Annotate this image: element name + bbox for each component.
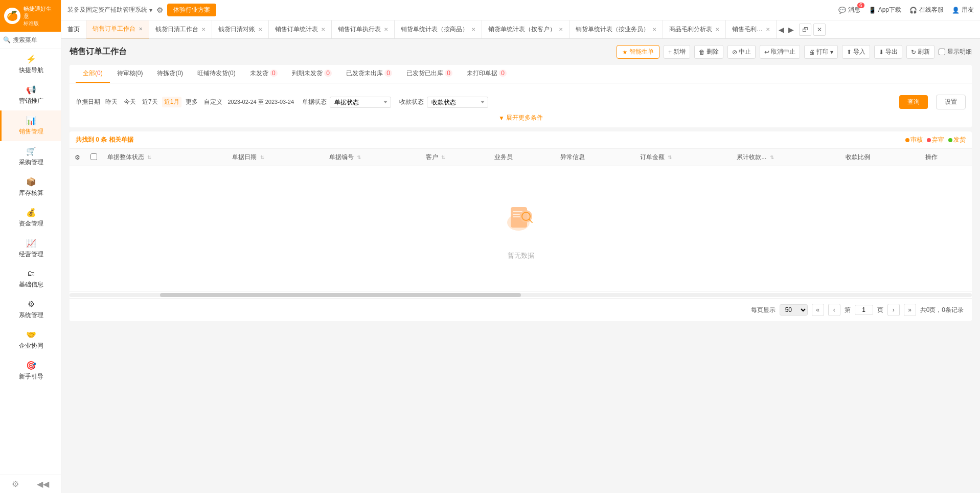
tab-restore-button[interactable]: 🗗 xyxy=(799,24,811,36)
filter-tab-all[interactable]: 全部(0) xyxy=(76,65,110,83)
system-title-dropdown[interactable]: 装备及固定资产辅助管理系统 ▾ xyxy=(67,6,152,14)
collapse-icon[interactable]: ◀◀ xyxy=(37,479,49,489)
tab-close-icon[interactable]: ✕ xyxy=(559,27,563,32)
smart-create-button[interactable]: ★ 智能生单 xyxy=(617,45,659,59)
topbar-gear-icon[interactable]: ⚙ xyxy=(156,6,163,15)
table-count: 共找到 0 条 相关单据 xyxy=(76,136,133,144)
filter-tab-not-printed[interactable]: 未打印单据 0 xyxy=(460,65,514,83)
expand-conditions-button[interactable]: ▼ 展开更多条件 xyxy=(498,114,543,122)
tab-nav-prev[interactable]: ◀ xyxy=(777,26,786,34)
phone-icon: 📱 xyxy=(869,7,876,14)
payment-select[interactable]: 收款状态 xyxy=(427,97,488,108)
date-today[interactable]: 今天 xyxy=(122,97,138,107)
stop-button[interactable]: ⊘ 中止 xyxy=(727,45,756,59)
tab-close-icon[interactable]: ✕ xyxy=(201,27,206,32)
sidebar-item-marketing[interactable]: 📢 营销推广 xyxy=(0,80,61,110)
user-menu-button[interactable]: 👤 用友 xyxy=(952,6,974,14)
sidebar-item-basic[interactable]: 🗂 基础信息 xyxy=(0,264,61,294)
tab-close-icon[interactable]: ✕ xyxy=(652,27,656,32)
sidebar-item-guide[interactable]: 🎯 新手引导 xyxy=(0,355,61,386)
refresh-button[interactable]: ↻ 刷新 xyxy=(906,45,935,59)
date-1month[interactable]: 近1月 xyxy=(162,97,182,107)
tab-close-icon[interactable]: ✕ xyxy=(321,27,325,32)
page-number-input[interactable] xyxy=(855,305,873,315)
tab-close-icon[interactable]: ✕ xyxy=(384,27,388,32)
export-button[interactable]: ⬇ 导出 xyxy=(874,45,902,59)
page-content: 销售订单工作台 ★ 智能生单 + 新增 🗑 删除 ⊘ 中止 xyxy=(61,39,980,493)
sidebar-item-quick[interactable]: ⚡ 快捷导航 xyxy=(0,49,61,80)
date-more[interactable]: 更多 xyxy=(184,97,200,107)
sidebar-item-collab[interactable]: 🤝 企业协同 xyxy=(0,325,61,355)
delete-button[interactable]: 🗑 删除 xyxy=(694,45,723,59)
logo-text: 畅捷通好生意 标准版 xyxy=(24,5,57,27)
abandon-review-tool-button[interactable]: 弃审 xyxy=(927,136,944,144)
filter-tab-pending-review[interactable]: 待审核(0) xyxy=(110,65,150,83)
tab-close-icon[interactable]: ✕ xyxy=(766,27,770,32)
next-page-button[interactable]: › xyxy=(887,304,900,316)
date-custom[interactable]: 自定义 xyxy=(202,97,224,107)
filter-tab-overdue-not-shipped[interactable]: 到期未发货 0 xyxy=(285,65,339,83)
select-all-checkbox[interactable] xyxy=(90,153,97,160)
tab-close-icon[interactable]: ✕ xyxy=(139,26,143,32)
filter-tab-shipped-out[interactable]: 已发货已出库 0 xyxy=(399,65,460,83)
tab-sales-exec[interactable]: 销售订单执行表 ✕ xyxy=(332,20,395,39)
th-settings[interactable]: ⚙ xyxy=(70,149,85,166)
filter-tab-shipped-not-out[interactable]: 已发货未出库 0 xyxy=(339,65,399,83)
review-tool-button[interactable]: 审核 xyxy=(905,136,923,144)
tab-sales-by-customer[interactable]: 销货单统计表（按客户） ✕ xyxy=(482,20,569,39)
tab-sales-stats[interactable]: 销售订单统计表 ✕ xyxy=(269,20,332,39)
settings-button[interactable]: 设置 xyxy=(936,95,966,109)
scrollbar-thumb[interactable] xyxy=(160,293,521,297)
tab-sales-workbench[interactable]: 销售订单工作台 ✕ xyxy=(86,20,149,39)
tab-nav-next[interactable]: ▶ xyxy=(786,26,796,34)
sidebar: 🍊 畅捷通好生意 标准版 🔍 搜索菜单 ⚡ 快捷导航 📢 营销推广 📊 销售管理… xyxy=(0,0,61,493)
status-select[interactable]: 单据状态 xyxy=(330,97,391,108)
tab-close-icon[interactable]: ✕ xyxy=(715,27,719,32)
sidebar-item-finance[interactable]: 💰 资金管理 xyxy=(0,203,61,233)
prev-page-button[interactable]: ‹ xyxy=(828,304,840,316)
dense-checkbox[interactable]: 显示明细 xyxy=(939,48,972,56)
first-page-button[interactable]: « xyxy=(812,304,824,316)
tab-cashflow-reconcile[interactable]: 钱货日清对账 ✕ xyxy=(212,20,269,39)
tab-close-all-button[interactable]: ✕ xyxy=(813,24,826,36)
filter-tab-pending-pick[interactable]: 待拣货(0) xyxy=(150,65,190,83)
tab-sales-margin[interactable]: 销售毛利… ✕ xyxy=(726,20,777,39)
sidebar-item-operation[interactable]: 📈 经营管理 xyxy=(0,233,61,264)
th-date: 单据日期 ⇅ xyxy=(227,149,324,166)
tab-sales-by-product[interactable]: 销货单统计表（按商品） ✕ xyxy=(395,20,482,39)
industry-solution-button[interactable]: 体验行业方案 xyxy=(167,4,216,16)
sidebar-search[interactable]: 🔍 搜索菜单 xyxy=(0,32,61,49)
scrollbar-track xyxy=(70,293,972,297)
message-button[interactable]: 💬 消息 6 xyxy=(838,6,860,14)
tab-margin-analysis[interactable]: 商品毛利分析表 ✕ xyxy=(663,20,726,39)
filter-tab-wangpu-pending[interactable]: 旺铺待发货(0) xyxy=(190,65,243,83)
filter-tab-not-shipped[interactable]: 未发货 0 xyxy=(243,65,285,83)
sidebar-item-purchase[interactable]: 🛒 采购管理 xyxy=(0,141,61,172)
new-button[interactable]: + 新增 xyxy=(664,45,690,59)
sidebar-item-inventory[interactable]: 📦 库存核算 xyxy=(0,172,61,203)
app-download-button[interactable]: 📱 App下载 xyxy=(869,6,901,14)
sort-icon: ⇅ xyxy=(668,154,672,160)
sidebar-item-sales[interactable]: 📊 销售管理 xyxy=(0,110,61,141)
tab-sales-by-staff[interactable]: 销货单统计表（按业务员） ✕ xyxy=(569,20,663,39)
tab-close-icon[interactable]: ✕ xyxy=(471,27,475,32)
last-page-button[interactable]: » xyxy=(904,304,916,316)
date-7days[interactable]: 近7天 xyxy=(140,97,160,107)
cancel-stop-button[interactable]: ↩ 取消中止 xyxy=(760,45,800,59)
date-yesterday[interactable]: 昨天 xyxy=(103,97,120,107)
print-button[interactable]: 🖨 打印 ▾ xyxy=(804,45,838,59)
ship-tool-button[interactable]: 发货 xyxy=(948,136,966,144)
search-button[interactable]: 查询 xyxy=(899,95,928,109)
table-head: ⚙ 单据整体状态 ⇅ 单据日期 ⇅ 单据编号 xyxy=(70,149,972,166)
tab-cashflow-workbench[interactable]: 钱货日清工作台 ✕ xyxy=(149,20,212,39)
online-service-button[interactable]: 🎧 在线客服 xyxy=(909,6,944,14)
tab-home[interactable]: 首页 xyxy=(61,20,86,39)
tab-close-icon[interactable]: ✕ xyxy=(258,27,262,32)
sidebar-item-system[interactable]: ⚙ 系统管理 xyxy=(0,294,61,325)
dense-checkbox-input[interactable] xyxy=(939,49,945,55)
settings-bottom-icon[interactable]: ⚙ xyxy=(12,479,19,489)
horizontal-scrollbar[interactable] xyxy=(70,291,972,298)
page-size-select[interactable]: 10 20 50 100 xyxy=(780,304,808,316)
sidebar-logo[interactable]: 🍊 畅捷通好生意 标准版 xyxy=(0,0,61,32)
import-button[interactable]: ⬆ 导入 xyxy=(842,45,870,59)
